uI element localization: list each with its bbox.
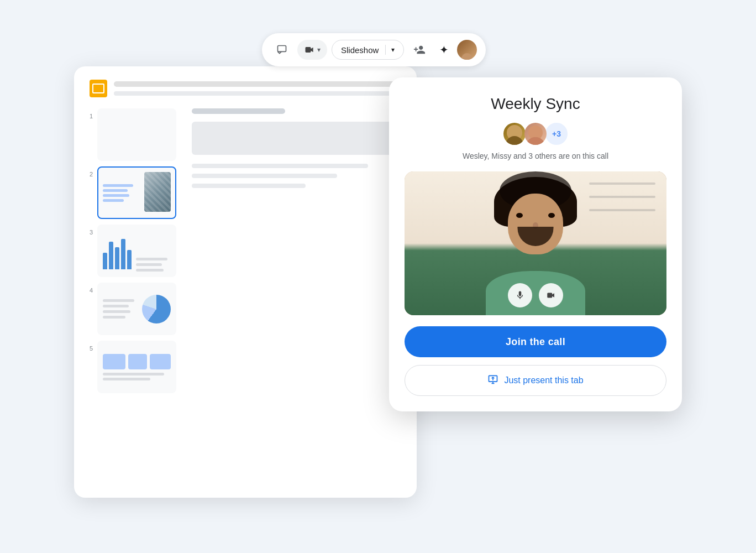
slide-line xyxy=(103,310,130,313)
eyes xyxy=(516,213,555,218)
avatar-image xyxy=(503,123,526,145)
slide-1-content xyxy=(130,120,144,150)
slides-title-bar xyxy=(114,81,401,87)
slide-line xyxy=(103,199,124,202)
slide-image xyxy=(144,172,171,212)
sparkle-button[interactable]: ✦ xyxy=(435,41,453,59)
call-title: Weekly Sync xyxy=(405,95,666,113)
slide-line xyxy=(136,258,167,260)
slide-line xyxy=(136,263,162,266)
list-item: 2 xyxy=(85,166,176,219)
beard xyxy=(518,227,554,246)
avatar-image xyxy=(524,123,547,145)
list-item: 1 xyxy=(85,108,176,161)
face xyxy=(508,194,563,254)
slides-main-content xyxy=(185,108,406,393)
slide-line xyxy=(103,378,150,380)
block xyxy=(103,354,125,369)
slides-header xyxy=(85,80,406,97)
slides-subtitle-bar xyxy=(114,91,401,96)
svg-rect-0 xyxy=(278,46,286,52)
slides-panel: 1 2 xyxy=(74,66,417,498)
bar xyxy=(103,253,107,269)
slideshow-button[interactable]: Slideshow ▾ xyxy=(332,40,404,60)
list-item: 4 xyxy=(85,283,176,335)
call-subtitle: Wesley, Missy and 3 others are on this c… xyxy=(405,152,666,160)
content-line xyxy=(192,184,306,188)
pie-chart xyxy=(142,295,171,324)
video-preview xyxy=(405,171,666,315)
content-line xyxy=(192,108,285,114)
list-item: 5 xyxy=(85,341,176,393)
slide-thumbnails: 1 2 xyxy=(85,108,176,393)
slide-line xyxy=(103,184,133,187)
slide-thumbnail-2[interactable] xyxy=(97,166,176,219)
slide-5-content xyxy=(98,349,175,385)
camera-button[interactable] xyxy=(539,283,563,307)
slide-2-content xyxy=(98,168,175,218)
slide-4-content xyxy=(98,284,175,334)
participant-avatar-1 xyxy=(502,122,527,146)
slide-number: 1 xyxy=(85,108,93,119)
button-divider xyxy=(385,45,386,55)
bar xyxy=(115,247,119,269)
present-tab-icon xyxy=(487,374,498,388)
slide-4-text xyxy=(103,299,138,319)
bar xyxy=(109,242,113,269)
block xyxy=(128,354,147,369)
video-controls xyxy=(508,283,563,307)
slide-thumbnail-5[interactable] xyxy=(97,341,176,393)
slide-2-text xyxy=(103,172,141,213)
present-tab-label: Just present this tab xyxy=(504,375,583,385)
video-button[interactable]: ▾ xyxy=(297,40,327,60)
microphone-button[interactable] xyxy=(508,283,532,307)
slide-thumbnail-3[interactable] xyxy=(97,225,176,277)
participant-avatar-2 xyxy=(523,122,548,146)
slide-5-lines xyxy=(103,373,171,380)
list-item: 3 xyxy=(85,225,176,277)
present-tab-button[interactable]: Just present this tab xyxy=(405,365,666,396)
add-person-button[interactable] xyxy=(408,39,431,61)
comments-button[interactable] xyxy=(271,39,293,61)
slide-line xyxy=(103,194,129,197)
content-block xyxy=(192,122,399,155)
slide-line xyxy=(103,299,134,302)
slide-line xyxy=(103,189,128,192)
content-line xyxy=(192,164,368,168)
slide-number: 3 xyxy=(85,225,93,236)
slide-thumbnail-4[interactable] xyxy=(97,283,176,335)
slide-number: 2 xyxy=(85,166,93,178)
user-avatar[interactable] xyxy=(457,40,477,60)
scene: 1 2 xyxy=(74,33,682,520)
participant-count-badge: +3 xyxy=(544,122,569,146)
slide-line xyxy=(103,305,129,307)
slide-number: 4 xyxy=(85,283,93,294)
left-eye xyxy=(516,213,523,218)
slide-number: 5 xyxy=(85,341,93,352)
slide-line xyxy=(103,373,164,375)
slide-thumbnail-1[interactable] xyxy=(97,108,176,161)
slide-3-text xyxy=(136,258,171,272)
block xyxy=(150,354,171,369)
google-slides-icon xyxy=(90,80,107,97)
slide-line xyxy=(103,316,125,319)
room-shelf xyxy=(589,182,655,227)
slide-5-blocks xyxy=(103,354,171,369)
toolbar: ▾ Slideshow ▾ ✦ xyxy=(262,33,486,66)
sparkle-icon: ✦ xyxy=(439,43,449,56)
participants-row: +3 xyxy=(405,122,666,146)
slide-3-content xyxy=(98,226,175,276)
slideshow-label: Slideshow xyxy=(341,45,379,55)
slide-line xyxy=(136,269,164,272)
bar xyxy=(127,250,132,269)
bar-chart xyxy=(103,238,132,272)
content-line xyxy=(192,174,337,178)
join-call-button[interactable]: Join the call xyxy=(405,326,666,357)
call-panel: Weekly Sync +3 Wesley, Missy and 3 other… xyxy=(389,77,682,411)
slideshow-dropdown-arrow-icon: ▾ xyxy=(391,46,395,54)
dropdown-arrow-icon: ▾ xyxy=(317,46,321,54)
slides-content-area: 1 2 xyxy=(85,108,406,393)
right-eye xyxy=(548,213,555,218)
bar xyxy=(121,239,125,269)
